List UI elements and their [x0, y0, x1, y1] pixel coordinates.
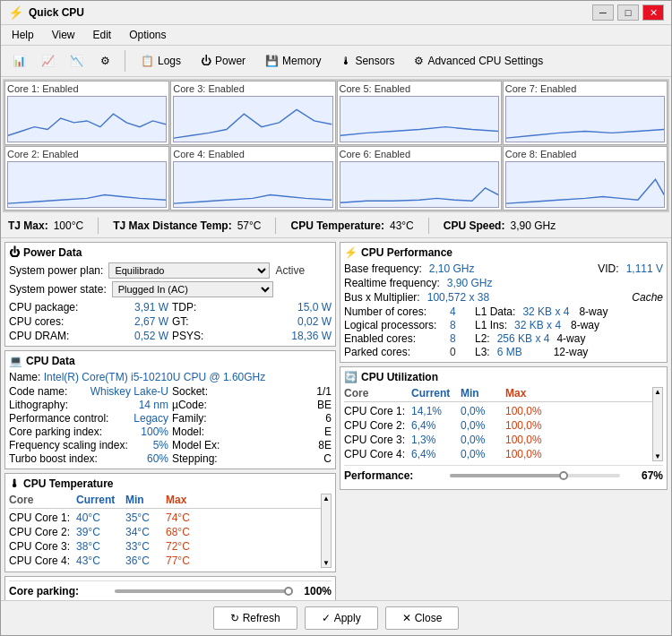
menu-options[interactable]: Options: [125, 27, 169, 43]
temp-scrollbar[interactable]: ▲ ▼: [321, 494, 332, 568]
core-6-label: Core 6: Enabled: [340, 149, 499, 159]
refresh-label: Refresh: [243, 612, 280, 624]
logs-button[interactable]: 📋 Logs: [133, 51, 189, 71]
power-state-select[interactable]: Plugged In (AC): [112, 281, 273, 297]
core-parking-thumb[interactable]: [284, 587, 293, 596]
performance-fill: [450, 474, 564, 477]
cpu-perf-rows: Base frequency: 2,10 GHz VID: 1,111 V Re…: [344, 262, 663, 358]
core-6-chart: [340, 161, 499, 208]
rt-freq-val: 3,90 GHz: [447, 277, 493, 289]
gt-label: GT:: [172, 315, 189, 328]
core-box-6: Core 6: Enabled: [337, 146, 502, 211]
util-r3-cur: 1,3%: [411, 434, 461, 446]
util-row-1: CPU Core 1: 14,1% 0,0% 100,0%: [344, 404, 652, 418]
core-park-row: Core parking index: 100%: [9, 425, 168, 438]
core-parking-label: Core parking:: [9, 585, 108, 597]
power-plan-label: System power plan:: [9, 264, 103, 277]
window-controls: ─ □ ✕: [592, 4, 664, 21]
power-plan-select[interactable]: Equilibrado: [108, 262, 270, 279]
performance-thumb[interactable]: [559, 471, 568, 480]
power-button[interactable]: ⏻ Power: [193, 51, 254, 71]
apply-button[interactable]: ✓ Apply: [305, 606, 378, 630]
core-3-label: Core 3: Enabled: [173, 83, 332, 94]
gt-val: 0,02 W: [297, 315, 332, 328]
util-scroll-down[interactable]: ▼: [653, 452, 662, 460]
enabled-cores-val: 8: [450, 332, 468, 345]
core-box-4: Core 4: Enabled: [170, 146, 335, 211]
socket-row: Socket: 1/1: [172, 385, 332, 398]
cpu-perf-panel: ⚡ CPU Performance Base frequency: 2,10 G…: [340, 242, 668, 363]
temp-r3-max: 72°C: [166, 540, 211, 553]
power-state-label: System power state:: [9, 283, 107, 296]
l3-val: 6 MB: [497, 346, 547, 358]
perf-numcores-row: Number of cores: 4 L1 Data: 32 KB x 4 8-…: [344, 305, 663, 318]
refresh-button[interactable]: ↻ Refresh: [213, 606, 297, 630]
chart2-icon-btn[interactable]: 📈: [35, 48, 60, 73]
temp-r2-cur: 39°C: [76, 526, 125, 538]
temp-table-header: Core Current Min Max: [9, 494, 321, 509]
core-box-7: Core 7: Enabled: [503, 81, 668, 145]
temp-col-max: Max: [166, 494, 211, 506]
temp-scroll-up[interactable]: ▲: [322, 494, 331, 503]
cpu-perf-title: ⚡ CPU Performance: [344, 246, 663, 259]
cpu-name-label: Name:: [9, 371, 40, 383]
memory-button[interactable]: 💾 Memory: [257, 51, 329, 71]
chart3-icon-btn[interactable]: 📉: [64, 48, 89, 73]
code-name-label: Code name:: [9, 385, 67, 398]
temp-scroll-down[interactable]: ▼: [322, 559, 331, 567]
model-ex-label: Model Ex:: [172, 439, 220, 451]
stepping-label: Stepping:: [172, 452, 218, 465]
cpu-speed-label: CPU Speed:: [444, 219, 505, 232]
family-label: Family:: [172, 412, 207, 425]
family-row: Family: 6: [172, 412, 332, 425]
l1d-label: L1 Data:: [475, 305, 515, 318]
ucode-label: µCode:: [172, 399, 207, 411]
apply-label: Apply: [334, 612, 361, 624]
maximize-button[interactable]: □: [617, 4, 639, 21]
minimize-button[interactable]: ─: [592, 4, 614, 21]
util-r4-core: CPU Core 4:: [344, 448, 411, 460]
advanced-button[interactable]: ⚙ Advanced CPU Settings: [406, 51, 551, 71]
temp-row-3: CPU Core 3: 38°C 33°C 72°C: [9, 539, 321, 554]
chart1-icon-btn[interactable]: 📊: [6, 48, 31, 73]
core-5-label: Core 5: Enabled: [340, 83, 499, 94]
menu-edit[interactable]: Edit: [89, 27, 115, 43]
menu-help[interactable]: Help: [8, 27, 38, 43]
temp-col-core: Core: [9, 494, 76, 506]
core-parking-track[interactable]: [115, 589, 289, 593]
logical-label: Logical processors:: [344, 319, 443, 331]
temp-table-wrap: Core Current Min Max CPU Core 1: 40°C 35…: [9, 494, 332, 568]
performance-track[interactable]: [450, 474, 620, 477]
util-r2-max: 100,0%: [505, 419, 559, 432]
util-scrollbar[interactable]: ▲ ▼: [652, 387, 663, 461]
cpu-perf-label: CPU Performance: [361, 246, 452, 259]
num-cores-val: 4: [450, 305, 468, 318]
core-4-chart: [173, 161, 332, 208]
core-3-chart: [173, 96, 332, 142]
cpu-data-label: CPU Data: [26, 355, 75, 367]
close-button[interactable]: ✕ Close: [385, 606, 460, 630]
util-row-3: CPU Core 3: 1,3% 0,0% 100,0%: [344, 433, 652, 447]
cpu-temp-title: 🌡 CPU Temperature: [9, 477, 332, 490]
l2-val: 256 KB x 4: [497, 332, 550, 345]
psys-label: PSYS:: [172, 330, 203, 342]
settings-icon-btn[interactable]: ⚙: [92, 48, 117, 73]
power-data-title: ⏻ Power Data: [9, 246, 332, 259]
cpu-panel-icon: 💻: [9, 355, 22, 367]
cpu-util-label: CPU Utilization: [361, 371, 438, 383]
util-scroll-up[interactable]: ▲: [653, 388, 662, 396]
bottom-buttons: ↻ Refresh ✓ Apply ✕ Close: [1, 600, 671, 635]
perf-ctrl-label: Performance control:: [9, 412, 108, 425]
l1d-val: 32 KB x 4: [522, 305, 572, 318]
num-cores-label: Number of cores:: [344, 305, 443, 318]
menu-view[interactable]: View: [48, 27, 79, 43]
cpu-name-val: Intel(R) Core(TM) i5-10210U CPU @ 1.60GH…: [44, 371, 266, 383]
sensors-button[interactable]: 🌡 Sensors: [332, 51, 402, 71]
freq-scale-label: Frequency scaling index:: [9, 439, 128, 451]
util-row-4: CPU Core 4: 6,4% 0,0% 100,0%: [344, 447, 652, 461]
temp-r2-min: 34°C: [125, 526, 166, 538]
logs-icon: 📋: [141, 55, 154, 67]
close-window-button[interactable]: ✕: [642, 4, 664, 21]
code-name-val: Whiskey Lake-U: [90, 385, 168, 398]
core-box-2: Core 2: Enabled: [4, 146, 169, 211]
